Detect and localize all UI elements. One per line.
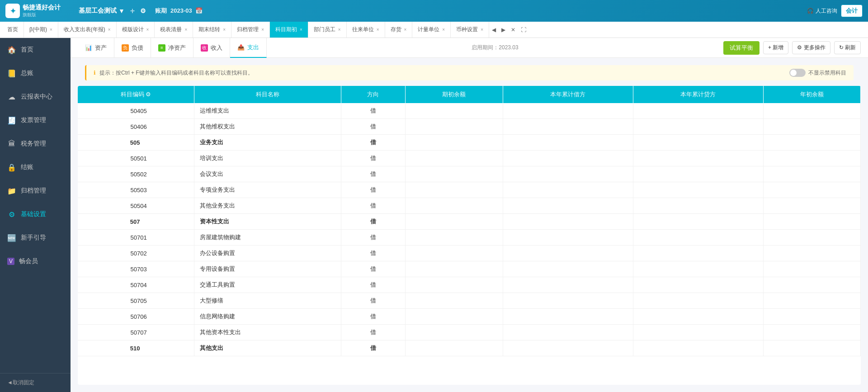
logo-sub: 旗舰版	[23, 12, 61, 18]
table-row[interactable]: 50501 培训支出 借	[78, 151, 861, 166]
kuaiji-button[interactable]: 会计	[841, 5, 863, 17]
filter-tab-net-asset[interactable]: ≡ 净资产	[151, 38, 193, 58]
period-display: 启用期间：2023.03	[472, 44, 518, 52]
col-ytd-credit: 本年累计贷方	[633, 86, 763, 103]
tab-nav-prev[interactable]: ◀	[489, 27, 499, 33]
table-row[interactable]: 50701 房屋建筑物购建 借	[78, 230, 861, 246]
table-row[interactable]: 50704 交通工具购置 借	[78, 277, 861, 293]
tab-expand[interactable]: ⛶	[518, 27, 529, 33]
sidebar-item-closing[interactable]: 🔒 结账	[0, 156, 71, 179]
tab-currency[interactable]: 币种设置 ×	[451, 22, 489, 38]
refresh-button[interactable]: ↻ 刷新	[834, 41, 861, 54]
tab-department[interactable]: 部门员工 ×	[308, 22, 347, 38]
tab-period-end[interactable]: 期末结转 ×	[193, 22, 231, 38]
tab-income[interactable]: 收入支出表(年报) ×	[58, 22, 117, 38]
toggle-disabled-subjects[interactable]	[789, 69, 806, 77]
notice-bar: ℹ 提示：按Ctrl + F键并输入科目编码或者科目名称可以查找科目。 不显示禁…	[85, 65, 854, 80]
tab-home[interactable]: 首页	[2, 22, 24, 38]
ai-consult-button[interactable]: 🎧 人工咨询	[807, 7, 837, 15]
col-ytd-debit: 本年累计借方	[503, 86, 633, 103]
sidebar-item-member[interactable]: V 畅会员	[0, 250, 71, 273]
table-row[interactable]: 50502 会议支出 借	[78, 166, 861, 182]
logo-text: 畅捷通好会计	[23, 4, 61, 12]
tab-close-all[interactable]: ✕	[508, 27, 518, 33]
tab-subject-init[interactable]: 科目期初 ×	[270, 22, 308, 38]
sidebar-item-report[interactable]: ☁ 云报表中心	[0, 85, 71, 109]
sidebar-item-archive[interactable]: 📁 归档管理	[0, 179, 71, 203]
filter-tab-asset[interactable]: 📊 资产	[78, 38, 114, 58]
tax-icon: 🏛	[7, 140, 16, 148]
closing-icon: 🔒	[7, 163, 16, 172]
col-direction: 方向	[341, 86, 406, 103]
table-row[interactable]: 505 业务支出 借	[78, 135, 861, 151]
add-button[interactable]: + 新增	[763, 41, 788, 54]
table-row[interactable]: 50504 其他业务支出 借	[78, 198, 861, 214]
table-row[interactable]: 50703 专用设备购置 借	[78, 261, 861, 277]
table-row[interactable]: 507 资本性支出 借	[78, 214, 861, 230]
report-icon: ☁	[7, 93, 16, 101]
notice-text: 提示：按Ctrl + F键并输入科目编码或者科目名称可以查找科目。	[99, 69, 253, 77]
sidebar-item-tax[interactable]: 🏛 税务管理	[0, 132, 71, 156]
sidebar-item-settings[interactable]: ⚙ 基础设置	[0, 203, 71, 226]
filter-tabs: 📊 资产 负 负债 ≡ 净资产 收 收入 📤 支出 启用期间：2023.03 试…	[71, 38, 868, 58]
col-year-opening: 年初余额	[763, 86, 860, 103]
invoice-icon: 🧾	[7, 116, 16, 125]
more-actions-button[interactable]: ⚙ 更多操作	[792, 41, 830, 54]
tab-tax[interactable]: 税表清册 ×	[155, 22, 193, 38]
sidebar-cancel-fixed[interactable]: ◄取消固定	[0, 373, 71, 392]
filter-tab-expense[interactable]: 📤 支出	[230, 38, 267, 58]
logo-icon: ✦	[5, 4, 20, 18]
home-icon: 🏠	[7, 46, 16, 54]
guide-icon: 🆕	[7, 234, 16, 242]
notice-icon: ℹ	[94, 70, 96, 76]
tab-inventory[interactable]: 存货 ×	[385, 22, 413, 38]
table-row[interactable]: 50405 运维维支出 借	[78, 103, 861, 119]
content-area: 📊 资产 负 负债 ≡ 净资产 收 收入 📤 支出 启用期间：2023.03 试…	[71, 38, 868, 392]
tab-template[interactable]: 模版设计 ×	[117, 22, 155, 38]
settings-icon[interactable]: ⚙	[140, 7, 146, 14]
toolbar-right: 试算平衡 + 新增 ⚙ 更多操作 ↻ 刷新	[723, 41, 861, 55]
table-container[interactable]: 科目编码 ⚙ 科目名称 方向 期初余额 本年累计借方 本年累计贷方 年初余额 5…	[78, 86, 861, 385]
calc-balance-button[interactable]: 试算平衡	[723, 41, 760, 55]
sidebar-item-ledger[interactable]: 📒 总账	[0, 61, 71, 85]
sidebar-item-home[interactable]: 🏠 首页	[0, 38, 71, 61]
col-code: 科目编码 ⚙	[78, 86, 194, 103]
main-layout: 🏠 首页 📒 总账 ☁ 云报表中心 🧾 发票管理 🏛 税务管理 🔒 结账 📁 归…	[0, 38, 868, 392]
sidebar-item-guide[interactable]: 🆕 新手引导	[0, 226, 71, 250]
tab-archive[interactable]: 归档管理 ×	[231, 22, 270, 38]
table-row[interactable]: 50706 信息网络购建 借	[78, 309, 861, 325]
tab-period[interactable]: β(中期) ×	[24, 22, 58, 38]
member-icon: V	[7, 258, 14, 265]
table-row[interactable]: 510 其他支出 借	[78, 340, 861, 356]
table-row[interactable]: 50705 大型修缮 借	[78, 293, 861, 309]
filter-tab-income[interactable]: 收 收入	[193, 38, 230, 58]
tab-bar: 首页 β(中期) × 收入支出表(年报) × 模版设计 × 税表清册 × 期末结…	[0, 22, 868, 38]
top-header: ✦ 畅捷通好会计 旗舰版 基层工会测试 ▼ + ⚙ 账期 2023-03 📅 🎧…	[0, 0, 868, 22]
tab-nav-next[interactable]: ▶	[499, 27, 508, 33]
toggle-label: 不显示禁用科目	[808, 69, 846, 77]
settings-nav-icon: ⚙	[7, 210, 16, 219]
table-row[interactable]: 50406 其他维权支出 借	[78, 119, 861, 135]
col-name: 科目名称	[194, 86, 341, 103]
col-opening: 期初余额	[406, 86, 503, 103]
subjects-table: 科目编码 ⚙ 科目名称 方向 期初余额 本年累计借方 本年累计贷方 年初余额 5…	[78, 86, 861, 356]
ledger-icon: 📒	[7, 69, 16, 78]
table-row[interactable]: 50702 办公设备购置 借	[78, 246, 861, 261]
archive-icon: 📁	[7, 187, 16, 195]
sidebar-item-invoice[interactable]: 🧾 发票管理	[0, 109, 71, 132]
company-name[interactable]: 基层工会测试 ▼ + ⚙ 账期 2023-03 📅	[79, 6, 203, 16]
tab-unit[interactable]: 往来单位 ×	[347, 22, 385, 38]
header-actions: 🎧 人工咨询 会计	[807, 5, 863, 17]
filter-tab-liability[interactable]: 负 负债	[114, 38, 151, 58]
table-row[interactable]: 50707 其他资本性支出 借	[78, 325, 861, 340]
sidebar: 🏠 首页 📒 总账 ☁ 云报表中心 🧾 发票管理 🏛 税务管理 🔒 结账 📁 归…	[0, 38, 71, 392]
tab-measure[interactable]: 计量单位 ×	[412, 22, 451, 38]
logo-area: ✦ 畅捷通好会计 旗舰版	[5, 4, 73, 18]
table-row[interactable]: 50503 专项业务支出 借	[78, 182, 861, 198]
